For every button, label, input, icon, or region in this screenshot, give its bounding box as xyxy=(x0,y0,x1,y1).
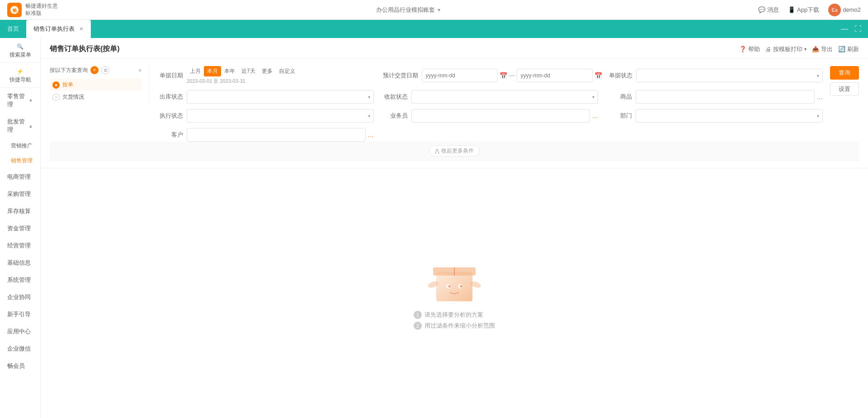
expected-date-label: 预计交货日期 xyxy=(383,71,418,80)
collapse-bar[interactable]: ⋀ 收起更多条件 xyxy=(50,142,859,161)
sidebar-item-new-guide[interactable]: 新手引导 xyxy=(0,306,40,323)
sidebar-item-label: 零售管理 xyxy=(7,92,28,109)
sidebar-search-area[interactable]: 🔍 搜索菜单 xyxy=(0,38,40,63)
user-avatar-area[interactable]: Ea demo2 xyxy=(828,4,861,16)
sidebar-item-finance[interactable]: 资金管理 xyxy=(0,220,40,237)
sidebar-item-label: 批发管理 xyxy=(7,118,28,134)
app-download-btn[interactable]: 📱 App下载 xyxy=(788,6,819,14)
svg-point-7 xyxy=(448,285,451,288)
exec-status-select[interactable]: ▾ xyxy=(187,109,374,123)
empty-num-1: 1 xyxy=(414,311,422,319)
message-btn[interactable]: 💬 消息 xyxy=(758,6,779,14)
tab-close-icon[interactable]: ✕ xyxy=(79,26,84,32)
svg-text:畅: 畅 xyxy=(13,8,17,13)
filter-exec-status-item: 执行状态 ▾ xyxy=(158,109,374,123)
sidebar-sub-item-sales[interactable]: 销售管理 xyxy=(0,153,40,168)
calendar-icon-start: 📅 xyxy=(500,72,507,79)
shortcut-custom[interactable]: 自定义 xyxy=(276,66,298,76)
refresh-icon: 🔄 xyxy=(838,46,845,52)
settings-button[interactable]: 设置 xyxy=(830,82,859,96)
scheme-item-按单[interactable]: ● 按单 xyxy=(50,79,142,91)
sidebar-item-enterprise-collab[interactable]: 企业协同 xyxy=(0,289,40,306)
sidebar-sub-item-marketing[interactable]: 营销推广 xyxy=(0,138,40,153)
collection-status-select[interactable]: ▾ xyxy=(411,90,599,104)
customer-picker-icon[interactable]: … xyxy=(368,131,374,138)
tab-sales-order-exec[interactable]: 销售订单执行表 ✕ xyxy=(26,20,91,38)
empty-num-2: 2 xyxy=(414,322,422,330)
salesperson-input[interactable] xyxy=(411,109,590,123)
sidebar-item-purchase[interactable]: 采购管理 xyxy=(0,185,40,203)
question-icon: ❓ xyxy=(739,46,746,52)
sidebar-item-member[interactable]: 畅会员 xyxy=(0,357,40,375)
search-button[interactable]: 查询 xyxy=(830,66,859,80)
date-separator: — xyxy=(509,72,515,79)
logo-area: 畅 畅捷通好生意 标准版 xyxy=(7,3,58,17)
settings-scheme-btn[interactable]: ⚙ xyxy=(101,66,109,74)
sidebar-item-ecom[interactable]: 电商管理 xyxy=(0,168,40,185)
sidebar-quick-nav[interactable]: ⚡ 快捷导航 xyxy=(0,63,40,88)
sidebar-item-basic[interactable]: 基础信息 xyxy=(0,254,40,271)
avatar: Ea xyxy=(828,4,841,16)
department-select[interactable]: ▾ xyxy=(636,109,823,123)
print-btn[interactable]: 🖨 按模板打印 ▾ xyxy=(765,45,807,53)
sidebar-item-app-center[interactable]: 应用中心 xyxy=(0,323,40,340)
export-btn[interactable]: 📤 导出 xyxy=(812,45,833,53)
expected-date-start[interactable] xyxy=(422,69,498,82)
page-header: 销售订单执行表(按单) ❓ 帮助 🖨 按模板打印 ▾ 📤 导出 xyxy=(41,38,868,59)
department-label: 部门 xyxy=(607,112,632,120)
sidebar-item-inventory[interactable]: 库存核算 xyxy=(0,203,40,220)
goods-input[interactable] xyxy=(636,90,815,104)
filter-shipment-status-item: 出库状态 ▾ xyxy=(158,90,374,104)
shortcut-this-year[interactable]: 本年 xyxy=(221,66,238,76)
sidebar-item-retail-mgmt[interactable]: 零售管理 ▼ xyxy=(0,88,40,113)
company-name-area[interactable]: 办公用品行业模拟账套 ▾ xyxy=(376,6,440,14)
shortcut-this-month[interactable]: 本月 xyxy=(204,66,221,76)
expected-date-end[interactable] xyxy=(517,69,593,82)
collapse-left-btn[interactable]: « xyxy=(138,67,142,73)
empty-text-1: 1 请先选择要分析的方案 xyxy=(414,311,495,319)
sidebar-item-wholesale-mgmt[interactable]: 批发管理 ▲ xyxy=(0,113,40,138)
page-header-actions: ❓ 帮助 🖨 按模板打印 ▾ 📤 导出 🔄 刷新 xyxy=(739,45,859,53)
print-icon: 🖨 xyxy=(765,46,771,52)
salesperson-picker-icon[interactable]: … xyxy=(592,112,598,119)
filter-date-item: 单据日期 上月 本月 本年 近7天 更多 自定义 xyxy=(158,66,374,85)
tab-maximize-icon[interactable]: ⛶ xyxy=(853,23,863,35)
add-scheme-btn[interactable]: + xyxy=(90,66,99,74)
filter-customer-item: 客户 … xyxy=(158,128,374,142)
shortcut-last-month[interactable]: 上月 xyxy=(187,66,204,76)
customer-input[interactable] xyxy=(187,128,366,142)
filter-row: 按以下方案查询 + ⚙ « ● 按单 ○ 欠货情况 xyxy=(50,66,859,142)
sidebar: 🔍 搜索菜单 ⚡ 快捷导航 零售管理 ▼ 批发管理 ▲ 营销推广 销售管理 xyxy=(0,38,41,418)
date-range-text: 2023-03-01 至 2023-03-31 xyxy=(187,78,374,85)
empty-text-area: 1 请先选择要分析的方案 2 用过滤条件来缩小分析范围 xyxy=(414,311,495,332)
shortcut-last7[interactable]: 近7天 xyxy=(238,66,259,76)
shipment-status-select[interactable]: ▾ xyxy=(187,90,374,104)
refresh-btn[interactable]: 🔄 刷新 xyxy=(838,45,859,53)
logo-icon: 畅 xyxy=(7,3,22,17)
goods-picker-icon[interactable]: … xyxy=(816,93,823,100)
filter-area: 按以下方案查询 + ⚙ « ● 按单 ○ 欠货情况 xyxy=(41,59,868,168)
sidebar-item-system[interactable]: 系统管理 xyxy=(0,271,40,289)
svg-rect-2 xyxy=(436,272,472,301)
scheme-item-欠货[interactable]: ○ 欠货情况 xyxy=(50,91,142,103)
order-status-select[interactable]: ▾ xyxy=(636,69,823,82)
scheme-active-icon: ● xyxy=(52,81,60,89)
company-name: 办公用品行业模拟账套 xyxy=(376,6,435,14)
tab-minimize-icon[interactable]: — xyxy=(839,23,850,35)
order-status-label: 单据状态 xyxy=(608,71,632,80)
sidebar-item-ops[interactable]: 经营管理 xyxy=(0,237,40,254)
shortcut-more[interactable]: 更多 xyxy=(259,66,276,76)
tab-home[interactable]: 首页 xyxy=(0,20,26,38)
filter-department-item: 部门 ▾ xyxy=(607,109,823,123)
scheme-inactive-icon: ○ xyxy=(52,94,60,101)
empty-state: 1 请先选择要分析的方案 2 用过滤条件来缩小分析范围 xyxy=(41,168,868,418)
quick-nav-label: 快捷导航 xyxy=(9,76,31,84)
expand-company-icon[interactable]: ▾ xyxy=(438,7,440,13)
help-btn[interactable]: ❓ 帮助 xyxy=(739,45,760,53)
collapse-more-btn[interactable]: ⋀ 收起更多条件 xyxy=(429,145,480,157)
exec-status-label: 执行状态 xyxy=(158,112,183,120)
print-dropdown-icon: ▾ xyxy=(804,47,807,52)
date-label: 单据日期 xyxy=(158,71,183,80)
logo-text: 畅捷通好生意 标准版 xyxy=(25,3,58,17)
sidebar-item-enterprise-wx[interactable]: 企业微信 xyxy=(0,340,40,357)
